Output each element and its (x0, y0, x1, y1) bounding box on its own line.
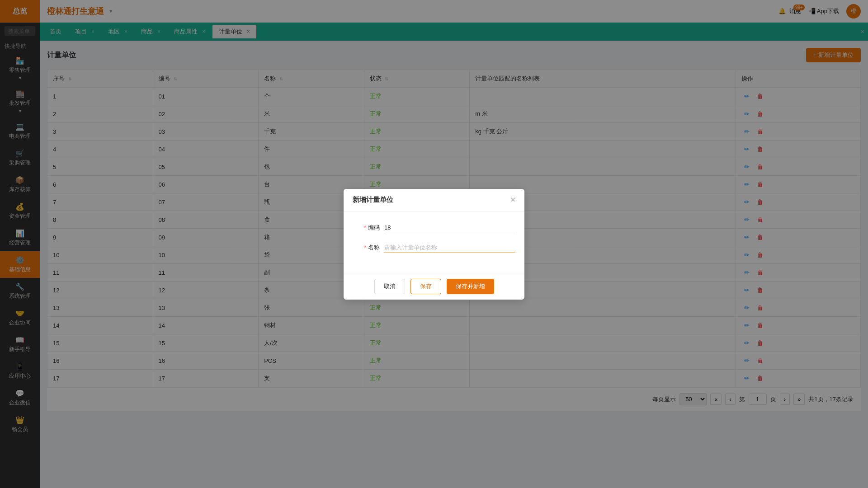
form-row-name: 名称 (353, 242, 515, 253)
modal-title: 新增计量单位 (353, 196, 393, 204)
save-new-button[interactable]: 保存并新增 (447, 279, 494, 294)
add-unit-modal: 新增计量单位 × 编码 名称 取消 保存 保存并新增 (344, 189, 524, 300)
code-input[interactable] (384, 222, 515, 233)
modal-footer: 取消 保存 保存并新增 (344, 273, 524, 300)
modal-body: 编码 名称 (344, 211, 524, 273)
name-input[interactable] (384, 242, 515, 253)
modal-header: 新增计量单位 × (344, 189, 524, 211)
form-row-code: 编码 (353, 222, 515, 233)
modal-close-button[interactable]: × (510, 195, 515, 205)
modal-overlay[interactable]: 新增计量单位 × 编码 名称 取消 保存 保存并新增 (0, 0, 868, 488)
code-label: 编码 (353, 224, 380, 232)
save-button[interactable]: 保存 (410, 279, 441, 294)
name-label: 名称 (353, 244, 380, 252)
cancel-button[interactable]: 取消 (374, 279, 405, 294)
